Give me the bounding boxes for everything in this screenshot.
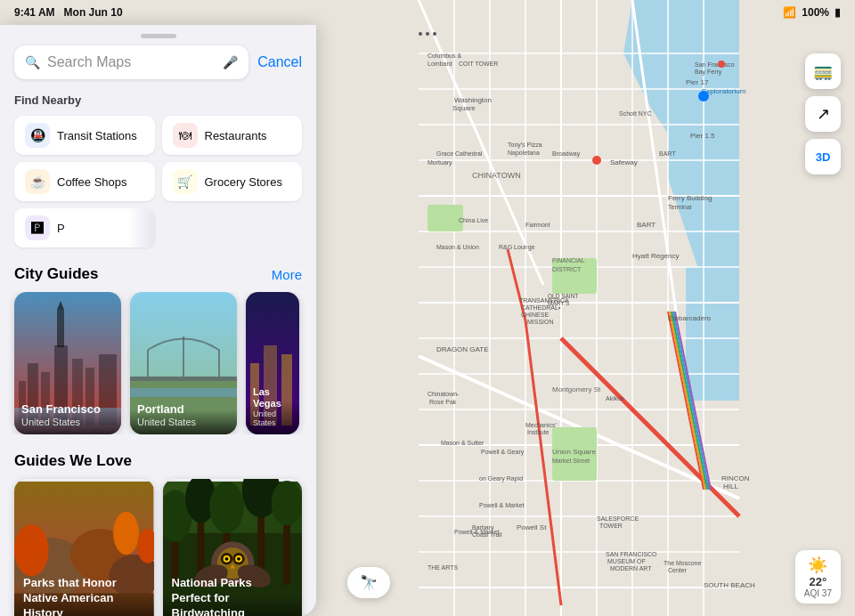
sf-country: United States (21, 417, 114, 427)
svg-text:Powell & Geary: Powell & Geary (481, 449, 525, 456)
svg-text:Embarcadero: Embarcadero (668, 314, 712, 322)
svg-text:Institute: Institute (527, 429, 550, 435)
sf-card-overlay: San Francisco United States (14, 393, 121, 434)
location-button[interactable]: ↗ (805, 96, 841, 132)
drawer-handle[interactable] (141, 34, 176, 38)
svg-rect-115 (130, 377, 237, 381)
svg-text:Napoletana: Napoletana (508, 150, 540, 157)
nearby-grid: 🚇 Transit Stations 🍽 Restaurants ☕ Coffe… (0, 116, 316, 247)
svg-text:BART: BART (659, 150, 676, 157)
svg-text:Powell & Market: Powell & Market (479, 502, 525, 508)
context-menu-dots[interactable] (419, 32, 436, 36)
svg-text:COIT TOWER: COIT TOWER (459, 61, 498, 67)
search-bar[interactable]: 🔍 Search Maps 🎤 (14, 45, 248, 79)
sf-name: San Francisco (21, 402, 114, 417)
svg-text:THE ARTS: THE ARTS (428, 564, 458, 571)
3d-label: 3D (816, 150, 831, 164)
svg-text:Mason & Union: Mason & Union (436, 244, 479, 250)
svg-text:Square: Square (452, 104, 476, 112)
3d-button[interactable]: 3D (805, 139, 841, 174)
svg-text:Schott NYC: Schott NYC (619, 110, 652, 117)
lv-country: United States (253, 409, 292, 427)
transit-map-icon: 🚃 (813, 61, 833, 81)
restaurants-label: Restaurants (205, 129, 267, 142)
weather-sun-icon: ☀️ (808, 555, 827, 575)
svg-text:CHINESE: CHINESE (521, 312, 549, 318)
svg-text:Mason & Sutter: Mason & Sutter (441, 440, 484, 446)
guides-we-love-title: Guides We Love (14, 452, 132, 470)
svg-text:MUSEUM OF: MUSEUM OF (607, 558, 646, 564)
look-around-button[interactable]: 🔭 (347, 567, 390, 598)
svg-text:TRANSAMERICA: TRANSAMERICA (519, 297, 569, 304)
cancel-button[interactable]: Cancel (257, 54, 302, 70)
nearby-item-transit[interactable]: 🚇 Transit Stations (14, 116, 155, 155)
svg-rect-3 (686, 267, 739, 401)
guide-card-native-american[interactable]: Parks that Honor Native American History (14, 479, 154, 616)
svg-point-129 (113, 512, 139, 555)
svg-text:DRAGON GATE: DRAGON GATE (436, 345, 489, 353)
transit-button[interactable]: 🚃 (805, 53, 841, 89)
city-guides-scroll: San Francisco United States (0, 292, 316, 434)
svg-text:Pier 1.5: Pier 1.5 (690, 132, 715, 140)
city-guides-title: City Guides (14, 265, 98, 283)
svg-text:TOWER: TOWER (599, 523, 623, 529)
svg-text:Broadway: Broadway (552, 150, 581, 158)
svg-text:Powell & Market: Powell & Market (454, 529, 500, 535)
svg-text:Center: Center (668, 567, 688, 573)
search-input[interactable]: Search Maps (47, 54, 216, 70)
search-icon: 🔍 (25, 55, 40, 69)
svg-text:CHINATOWN: CHINATOWN (472, 171, 521, 180)
svg-point-100 (592, 156, 601, 165)
svg-text:Columbus &: Columbus & (428, 53, 461, 59)
svg-text:on Geary Rapid: on Geary Rapid (479, 475, 523, 482)
weather-temperature: 22° (810, 575, 827, 588)
transit-label: Transit Stations (57, 129, 137, 142)
portland-name: Portland (137, 402, 230, 417)
svg-point-99 (718, 61, 725, 68)
svg-text:China Live: China Live (459, 217, 488, 223)
svg-text:FINANCIAL: FINANCIAL (552, 257, 585, 263)
microphone-icon[interactable]: 🎤 (223, 55, 238, 69)
binoculars-icon: 🔭 (360, 575, 378, 590)
svg-point-142 (271, 481, 302, 525)
weather-aqi: AQI 37 (804, 588, 832, 598)
svg-point-138 (209, 482, 244, 533)
svg-text:RINCON: RINCON (721, 474, 750, 482)
svg-text:San Francisco: San Francisco (695, 61, 735, 68)
nearby-item-restaurants[interactable]: 🍽 Restaurants (162, 116, 303, 155)
search-bar-row: 🔍 Search Maps 🎤 Cancel (0, 45, 316, 79)
grocery-icon: 🛒 (173, 169, 198, 194)
city-guides-more[interactable]: More (272, 267, 302, 282)
grocery-label: Grocery Stores (205, 175, 282, 189)
svg-point-150 (237, 557, 240, 561)
birdwatching-title: National Parks Perfect for Birdwatching (172, 576, 294, 616)
svg-text:SOUTH BEACH: SOUTH BEACH (704, 581, 755, 589)
nearby-item-grocery[interactable]: 🛒 Grocery Stores (162, 162, 303, 201)
svg-text:DISTRICT: DISTRICT (552, 266, 582, 272)
guide-card-birdwatching[interactable]: National Parks Perfect for Birdwatching (163, 479, 303, 616)
portland-country: United States (137, 417, 230, 427)
svg-text:Powell St: Powell St (517, 523, 547, 531)
city-card-las-vegas[interactable]: Las Vegas United States (246, 292, 299, 434)
svg-text:Washington: Washington (454, 96, 492, 104)
coffee-label: Coffee Shops (57, 175, 127, 189)
svg-text:Union Square: Union Square (552, 448, 596, 456)
svg-text:MISSION: MISSION (527, 319, 554, 325)
city-card-san-francisco[interactable]: San Francisco United States (14, 292, 121, 434)
find-nearby-label: Find Nearby (0, 93, 316, 107)
native-american-title: Parks that Honor Native American History (23, 576, 145, 616)
guides-we-love-header: Guides We Love (0, 452, 316, 470)
nearby-item-parking[interactable]: 🅿 P (14, 208, 155, 247)
weather-badge[interactable]: ☀️ 22° AQI 37 (795, 550, 841, 604)
svg-text:BART: BART (637, 221, 656, 229)
transit-icon: 🚇 (25, 123, 50, 148)
parking-label: P (57, 222, 65, 235)
svg-rect-31 (428, 205, 463, 231)
guides-grid: Parks that Honor Native American History (0, 479, 316, 616)
svg-text:Lombard: Lombard (428, 61, 452, 67)
nearby-item-coffee[interactable]: ☕ Coffee Shops (14, 162, 155, 201)
city-card-portland[interactable]: Portland United States (130, 292, 237, 434)
svg-text:Rose Pak: Rose Pak (429, 399, 457, 405)
restaurants-icon: 🍽 (173, 123, 198, 148)
map-controls: 🚃 ↗ 3D (805, 53, 841, 174)
